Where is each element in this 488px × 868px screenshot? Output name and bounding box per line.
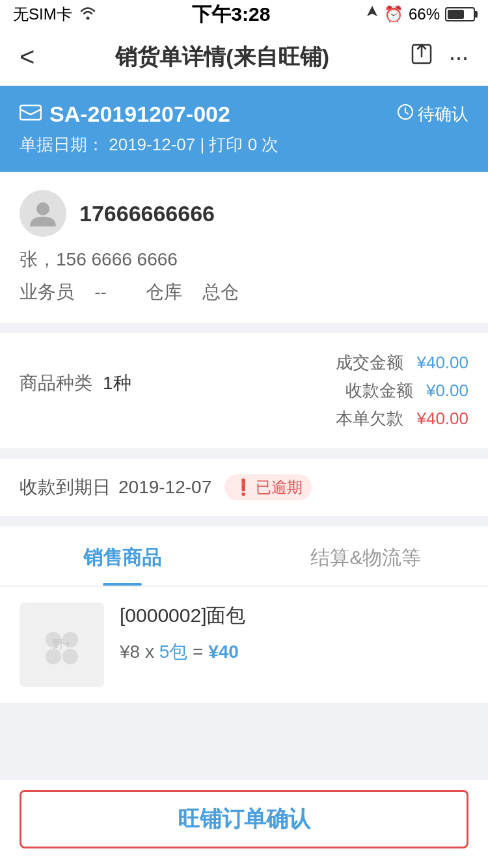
svg-point-4: [36, 202, 49, 215]
customer-name: 张，156 6666 6666: [20, 247, 468, 272]
svg-point-8: [62, 649, 78, 664]
status-text: 待确认: [418, 103, 468, 126]
product-price: ¥8 x 5包 = ¥40: [120, 640, 468, 664]
due-date-value: 2019-12-07: [118, 477, 211, 498]
svg-point-0: [86, 17, 89, 20]
summary-left: 商品种类 1种: [20, 351, 131, 396]
customer-top: 17666666666: [20, 190, 468, 237]
summary-card: 商品种类 1种 成交金额 ¥40.00 收款金额 ¥0.00 本单欠款 ¥40.…: [0, 333, 488, 448]
battery-icon: [445, 7, 475, 21]
transaction-amount-row: 成交金额 ¥40.00: [336, 351, 468, 374]
due-amount-row: 本单欠款 ¥40.00: [336, 407, 468, 430]
avatar: [20, 190, 66, 237]
time-display: 下午3:28: [192, 1, 270, 28]
customer-card: 17666666666 张，156 6666 6666 业务员 -- 仓库 总仓: [0, 172, 488, 323]
nav-bar: < 销货单详情(来自旺铺) ···: [0, 29, 488, 86]
overdue-badge: ❗ 已逾期: [224, 474, 312, 500]
order-status: 待确认: [397, 103, 468, 126]
order-header: SA-20191207-002 待确认 单据日期： 2019-12-07 | 打…: [0, 86, 488, 172]
content-area: 野+ [0000002]面包 ¥8 x 5包 = ¥40: [0, 587, 488, 782]
due-date-label: 收款到期日: [20, 475, 111, 500]
nav-actions: ···: [410, 42, 468, 72]
tab-sales-products[interactable]: 销售商品: [0, 526, 244, 586]
received-amount: ¥0.00: [426, 381, 468, 401]
battery-percent: 66%: [409, 5, 440, 23]
svg-point-7: [46, 649, 61, 664]
alarm-icon: ⏰: [384, 5, 403, 23]
summary-right: 成交金额 ¥40.00 收款金额 ¥0.00 本单欠款 ¥40.00: [336, 351, 468, 430]
carrier-text: 无SIM卡: [13, 4, 72, 25]
location-icon: [366, 5, 379, 24]
product-name: [0000002]面包: [120, 603, 468, 629]
confirm-button[interactable]: 旺铺订单确认: [20, 790, 468, 848]
customer-meta: 业务员 -- 仓库 总仓: [20, 280, 468, 305]
product-item: 野+ [0000002]面包 ¥8 x 5包 = ¥40: [0, 587, 488, 703]
order-header-top: SA-20191207-002 待确认: [20, 102, 468, 127]
share-icon[interactable]: [410, 42, 433, 72]
status-right: ⏰ 66%: [366, 5, 475, 24]
sales-field: 业务员 --: [20, 280, 107, 305]
battery-fill: [448, 10, 464, 19]
bottom-bar: 旺铺订单确认: [0, 779, 488, 868]
wifi-icon: [79, 5, 97, 23]
page-title: 销货单详情(来自旺铺): [115, 42, 329, 72]
order-icon: [20, 102, 42, 127]
product-thumbnail: 野+: [20, 603, 104, 687]
transaction-amount: ¥40.00: [416, 353, 468, 373]
back-button[interactable]: <: [20, 42, 34, 72]
due-amount: ¥40.00: [416, 409, 468, 429]
due-date-card: 收款到期日 2019-12-07 ❗ 已逾期: [0, 459, 488, 516]
clock-icon: [397, 103, 414, 125]
more-icon[interactable]: ···: [449, 44, 468, 71]
overdue-text: 已逾期: [256, 477, 303, 498]
status-bar: 无SIM卡 下午3:28 ⏰ 66%: [0, 0, 488, 29]
product-details: [0000002]面包 ¥8 x 5包 = ¥40: [120, 603, 468, 664]
order-date: 单据日期： 2019-12-07 | 打印 0 次: [20, 133, 468, 156]
overdue-icon: ❗: [234, 478, 253, 496]
svg-text:野+: 野+: [53, 638, 72, 651]
tab-settlement-logistics[interactable]: 结算&物流等: [244, 526, 488, 586]
warehouse-field: 仓库 总仓: [146, 280, 239, 305]
product-tabs: 销售商品 结算&物流等: [0, 526, 488, 587]
received-amount-row: 收款金额 ¥0.00: [346, 379, 468, 402]
customer-phone: 17666666666: [79, 201, 215, 226]
svg-rect-2: [20, 105, 41, 120]
product-type-row: 商品种类 1种: [20, 371, 131, 396]
status-left: 无SIM卡: [13, 4, 97, 25]
order-number: SA-20191207-002: [20, 102, 230, 127]
